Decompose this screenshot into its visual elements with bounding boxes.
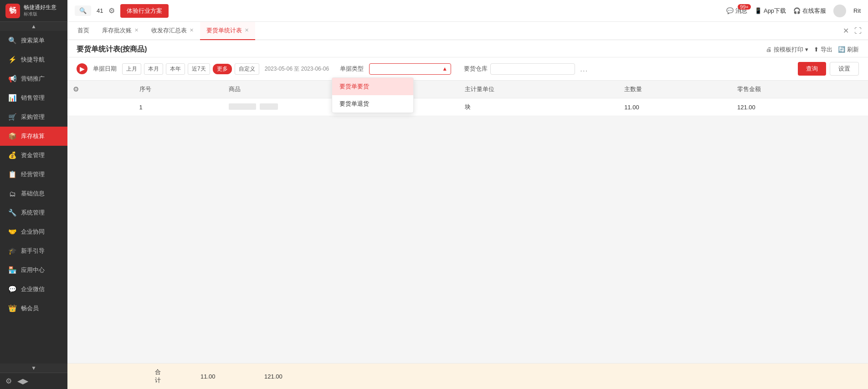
dropdown-item-0[interactable]: 要货单要货 [332,78,413,95]
online-service-btn[interactable]: 🎧 在线客服 [793,7,826,15]
topbar: 🔍 41 ⚙ 体验行业方案 💬 消息 99+ 📱 App下载 🎧 在线客服 Ri… [67,0,868,22]
row-qty: 11.00 [619,98,732,116]
type-dropdown: 要货单要货 要货单退货 [332,77,414,113]
sidebar-item-appstore[interactable]: 🏪 应用中心 [0,261,67,280]
th-settings[interactable]: ⚙ [67,81,134,98]
row-unit: 块 [459,98,619,116]
finance-icon: 💰 [7,150,17,160]
date-range: 2023-05-06 至 2023-06-06 [265,65,329,73]
th-qty: 主数量 [619,81,732,98]
table-header-row: ⚙ 序号 商品 主计量单位 主数量 零售金额 [67,81,868,98]
type-label: 单据类型 [340,65,364,73]
sidebar-item-marketing[interactable]: 📢 营销推广 [0,69,67,88]
tab-close-receive-summary[interactable]: ✕ [190,27,194,33]
filter-bar: ▶ 单据日期 上月 本月 本年 近7天 更多 自定义 2023-05-06 至 … [67,57,868,81]
warehouse-more-icon[interactable]: … [580,64,588,74]
tab-close-requisition-stat[interactable]: ✕ [245,27,249,33]
filter-actions: 查询 设置 [798,62,859,76]
tab-close-inventory-batch[interactable]: ✕ [134,27,139,33]
sidebar-item-inventory[interactable]: 📦 库存核算 [0,127,67,146]
message-btn[interactable]: 💬 消息 99+ [726,7,747,15]
search-icon-top: 🔍 [79,7,87,14]
table-wrap: ⚙ 序号 商品 主计量单位 主数量 零售金额 1 [67,81,868,363]
guide-icon: 🎓 [7,246,17,256]
topbar-left: 🔍 41 ⚙ 体验行业方案 [75,4,721,18]
tab-receive-summary[interactable]: 收发存汇总表 ✕ [145,22,200,40]
sidebar-item-enterprise[interactable]: 🤝 企业协同 [0,222,67,241]
date-btn-year[interactable]: 本年 [166,63,185,75]
sidebar-item-wechat[interactable]: 💬 企业微信 [0,280,67,299]
date-btn-7days[interactable]: 近7天 [188,63,210,75]
footer-qty: 11.00 [200,373,246,380]
tab-inventory-batch[interactable]: 库存批次账 ✕ [96,22,145,40]
footer-label: 合计 [73,368,164,384]
marketing-icon: 📢 [7,74,17,84]
date-btn-custom[interactable]: 自定义 [235,63,259,75]
sidebar-item-shortcut[interactable]: ⚡ 快捷导航 [0,50,67,69]
page-actions: 🖨 按模板打印 ▾ ⬆ 导出 🔄 刷新 [766,46,859,54]
headset-icon: 🎧 [793,7,801,14]
filter-expand-btn[interactable]: ▶ [77,63,87,74]
warehouse-label: 要货仓库 [464,65,488,73]
app-download-btn[interactable]: 📱 App下载 [755,7,786,15]
dropdown-item-1[interactable]: 要货单退货 [332,95,413,113]
search-box[interactable]: 🔍 [75,5,91,16]
column-settings-icon: ⚙ [73,85,79,93]
date-btn-up[interactable]: 上月 [122,63,141,75]
main-content: 🔍 41 ⚙ 体验行业方案 💬 消息 99+ 📱 App下载 🎧 在线客服 Ri… [67,0,868,389]
date-btn-cur[interactable]: 本月 [144,63,163,75]
sidebar-item-purchase[interactable]: 🛒 采购管理 [0,107,67,127]
sales-icon: 📊 [7,93,17,103]
settings-bottom-icon[interactable]: ⚙ [5,377,12,385]
query-btn[interactable]: 查询 [798,62,826,76]
user-avatar[interactable] [833,5,846,17]
trial-btn[interactable]: 体验行业方案 [120,4,169,18]
operations-icon: 📋 [7,169,17,179]
sidebar-item-member[interactable]: 👑 畅会员 [0,299,67,318]
print-btn[interactable]: 🖨 按模板打印 ▾ [766,46,808,54]
collapse-icon[interactable]: ◀▶ [17,377,28,385]
sidebar-item-system[interactable]: 🔧 系统管理 [0,203,67,222]
sidebar-scroll-down[interactable]: ▼ [0,363,67,373]
filter-date-btns: 上月 本月 本年 近7天 更多 自定义 [122,63,259,75]
sidebar-logo: 畅 畅捷通好生意 标准版 [0,0,67,22]
filter-settings-btn[interactable]: 设置 [830,62,859,76]
purchase-icon: 🛒 [7,112,17,122]
type-select-wrap: 要货单要货 要货单退货 ▲ [369,63,451,75]
sidebar-item-sales[interactable]: 📊 销售管理 [0,88,67,107]
maximize-btn[interactable]: ⛶ [852,25,864,37]
close-all-tabs-btn[interactable]: ✕ [840,25,852,37]
sidebar: 畅 畅捷通好生意 标准版 ▲ 🔍 搜索菜单 ⚡ 快捷导航 📢 营销推广 📊 销售… [0,0,67,389]
footer-amount: 121.00 [264,373,310,380]
topbar-settings-icon[interactable]: ⚙ [108,6,115,15]
shortcut-icon: ⚡ [7,55,17,65]
warehouse-input[interactable] [490,63,575,75]
sidebar-item-guide[interactable]: 🎓 新手引导 [0,241,67,261]
date-btn-more[interactable]: 更多 [213,64,232,74]
sidebar-item-finance[interactable]: 💰 资金管理 [0,146,67,165]
row-num: 1 [134,98,224,116]
refresh-btn[interactable]: 🔄 刷新 [838,46,859,54]
tab-requisition-stat[interactable]: 要货单统计表 ✕ [200,22,255,40]
export-btn[interactable]: ⬆ 导出 [814,46,832,54]
row-checkbox[interactable] [67,98,134,116]
phone-icon: 📱 [755,7,762,14]
sidebar-item-basic[interactable]: 🗂 基础信息 [0,184,67,203]
table-row: 1 块 11.00 121.00 [67,98,868,116]
sidebar-scroll-up[interactable]: ▲ [0,22,67,31]
page-title: 要货单统计表(按商品) [77,45,147,54]
print-dropdown-icon: ▾ [805,46,808,53]
search-icon: 🔍 [7,36,17,46]
sidebar-item-operations[interactable]: 📋 经营管理 [0,165,67,184]
sidebar-item-search[interactable]: 🔍 搜索菜单 [0,31,67,50]
topbar-right: 💬 消息 99+ 📱 App下载 🎧 在线客服 Rit [726,5,861,17]
tabbar: 首页 库存批次账 ✕ 收发存汇总表 ✕ 要货单统计表 ✕ ✕ ⛶ [67,22,868,40]
tab-home[interactable]: 首页 [71,22,96,40]
member-icon: 👑 [7,303,17,313]
refresh-icon: 🔄 [838,46,845,53]
type-select[interactable]: 要货单要货 要货单退货 [369,63,451,75]
page-content: 要货单统计表(按商品) 🖨 按模板打印 ▾ ⬆ 导出 🔄 刷新 ▶ [67,40,868,389]
export-icon: ⬆ [814,46,819,53]
enterprise-icon: 🤝 [7,227,17,237]
sidebar-bottom: ⚙ ◀▶ [0,373,67,389]
